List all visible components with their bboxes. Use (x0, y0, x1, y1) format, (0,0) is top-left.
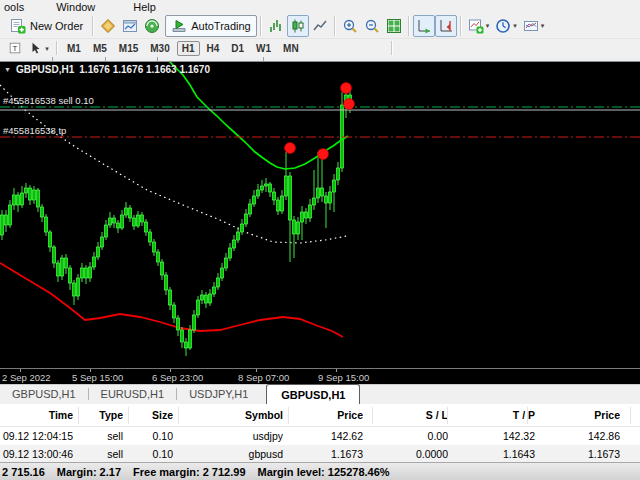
autotrading-label: AutoTrading (191, 20, 251, 32)
chart-tab-usdjpy-h1[interactable]: USDJPY,H1 (177, 384, 260, 404)
time-axis-tick (90, 369, 91, 372)
trade-terminal-table: TimeTypeSizeSymbolPriceS / LT / PPrice09… (0, 404, 640, 462)
header-divider (178, 407, 179, 424)
toolbar-separator (391, 41, 393, 55)
trade-cell: 142.86 (510, 430, 620, 442)
time-axis-tick (20, 369, 21, 372)
templates-icon (523, 18, 539, 34)
dock-tick (105, 57, 106, 61)
time-axis-tick (336, 369, 337, 372)
metaeditor-icon (100, 18, 116, 34)
column-header-size[interactable]: Size (63, 409, 173, 421)
status-text: Margin level: 125278.46% (258, 466, 390, 478)
new-order-label: New Order (30, 20, 83, 32)
indicators-dropdown[interactable]: ▾ (465, 15, 493, 37)
periods-icon (495, 18, 511, 34)
trade-cell: 1.1673 (510, 448, 620, 460)
line-chart-button[interactable] (309, 15, 331, 37)
open-order-line-label: #455816538 sell 0.10 (3, 95, 94, 106)
tile-windows-button[interactable] (383, 15, 405, 37)
candlestick-chart-button[interactable] (287, 15, 309, 37)
header-divider (288, 407, 289, 424)
take-profit-line-label: #455816538 tp (3, 125, 66, 136)
timeframe-button-m1[interactable]: M1 (62, 41, 86, 56)
chart-title: ▼ GBPUSD,H1 1.1676 1.1676 1.1663 1.1670 (4, 64, 210, 75)
tile-windows-icon (386, 18, 402, 34)
dock-tick (157, 57, 158, 61)
status-text: 2 715.16 (2, 466, 45, 478)
time-axis-label: 8 Sep 07:00 (238, 372, 289, 383)
time-axis-label: 9 Sep 15:00 (318, 372, 369, 383)
time-axis-tick (170, 369, 171, 372)
trade-row[interactable]: 09.12 12:04:15sell0.10usdjpy142.620.0014… (0, 427, 640, 445)
toolbar-separator (56, 41, 58, 55)
indicators-icon (468, 18, 484, 34)
chart-symbol-period: GBPUSD,H1 (16, 64, 74, 75)
mt4-terminal-window: ools Window Help New Order AutoTrading (0, 0, 640, 480)
time-axis-label: 2 Sep 2022 (2, 372, 51, 383)
zoom-in-button[interactable] (339, 15, 361, 37)
timeframe-button-d1[interactable]: D1 (226, 41, 249, 56)
navigator-button[interactable] (141, 15, 163, 37)
zoom-out-icon (364, 18, 380, 34)
templates-dropdown[interactable]: ▾ (520, 15, 548, 37)
menu-item-help[interactable]: Help (129, 1, 160, 13)
autotrading-button[interactable]: AutoTrading (165, 15, 257, 37)
toolbar-separator (408, 16, 410, 36)
timeframe-button-m15[interactable]: M15 (114, 41, 143, 56)
chart-area[interactable]: ▼ GBPUSD,H1 1.1676 1.1676 1.1663 1.1670 … (0, 62, 640, 368)
line-chart-icon (312, 18, 328, 34)
timeframe-button-m30[interactable]: M30 (145, 41, 174, 56)
trade-row[interactable]: 09.12 13:00:46sell0.10gbpusd1.16730.0000… (0, 445, 640, 463)
header-divider (630, 407, 631, 424)
chevron-down-icon: ▾ (45, 45, 49, 52)
chart-tab-gbpusd-h1[interactable]: GBPUSD,H1 (0, 384, 88, 404)
arrows-tool-dropdown[interactable]: ▾ (25, 39, 53, 57)
svg-text:T: T (13, 44, 18, 53)
chart-tab-eurusd-h1[interactable]: EURUSD,H1 (89, 384, 177, 404)
candlestick-icon (290, 18, 306, 34)
auto-scroll-button[interactable] (413, 15, 435, 37)
market-watch-icon (122, 18, 138, 34)
cursor-arrow-icon (29, 41, 43, 55)
status-text: Free margin: 2 712.99 (133, 466, 246, 478)
zoom-out-button[interactable] (361, 15, 383, 37)
chart-tabs-bar: GBPUSD,H1EURUSD,H1USDJPY,H1GBPUSD,H1 (0, 384, 640, 404)
time-axis-label: 5 Sep 15:00 (72, 372, 123, 383)
chevron-down-icon: ▾ (541, 22, 545, 29)
menu-item-window[interactable]: Window (52, 1, 99, 13)
chevron-down-icon: ▾ (513, 22, 517, 29)
bar-chart-icon (268, 18, 284, 34)
bar-chart-button[interactable] (265, 15, 287, 37)
line-studies-and-periods-toolbar: T ▾ M1M5M15M30H1H4D1W1MN (0, 39, 640, 57)
menu-bar: ools Window Help (0, 0, 640, 13)
time-axis-tick (256, 369, 257, 372)
timeframe-button-w1[interactable]: W1 (251, 41, 276, 56)
market-watch-button[interactable] (119, 15, 141, 37)
status-text: Margin: 2.17 (57, 466, 121, 478)
header-divider (447, 407, 448, 424)
periods-dropdown[interactable]: ▾ (492, 15, 520, 37)
autotrading-icon (171, 18, 187, 34)
chart-tab-gbpusd-h1[interactable]: GBPUSD,H1 (266, 384, 360, 404)
metaeditor-button[interactable] (97, 15, 119, 37)
text-tool-button[interactable]: T (5, 39, 25, 57)
auto-scroll-icon (416, 18, 432, 34)
header-divider (527, 407, 528, 424)
chart-ohlc-values: 1.1676 1.1676 1.1663 1.1670 (79, 64, 210, 75)
new-order-icon (10, 18, 26, 34)
timeframe-bar: M1M5M15M30H1H4D1W1MN (61, 41, 305, 56)
timeframe-button-h4[interactable]: H4 (202, 41, 225, 56)
toolbar-separator (334, 16, 336, 36)
timeframe-button-h1[interactable]: H1 (177, 41, 200, 56)
time-axis[interactable]: 2 Sep 20225 Sep 15:006 Sep 23:008 Sep 07… (0, 368, 640, 384)
toolbar-separator (460, 16, 462, 36)
menu-item-tools[interactable]: ools (0, 1, 28, 13)
time-axis-label: 6 Sep 23:00 (152, 372, 203, 383)
new-order-button[interactable]: New Order (4, 15, 89, 37)
chart-shift-icon (438, 18, 454, 34)
chart-shift-button[interactable] (435, 15, 457, 37)
trade-cell: 0.10 (63, 448, 173, 460)
timeframe-button-m5[interactable]: M5 (88, 41, 112, 56)
timeframe-button-mn[interactable]: MN (278, 41, 304, 56)
